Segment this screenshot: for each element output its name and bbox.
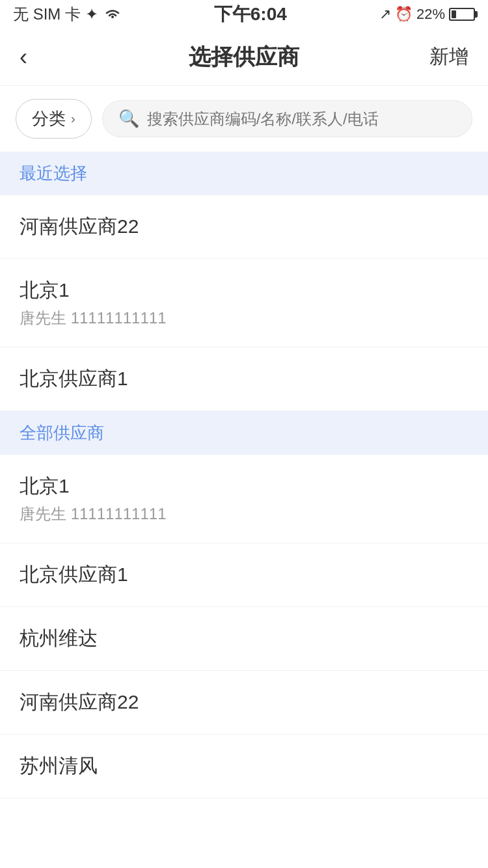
item-name: 北京1 (20, 473, 468, 500)
wifi-icon (103, 8, 122, 21)
item-sub: 唐先生 11111111111 (20, 308, 468, 329)
list-item[interactable]: 杭州维达 (0, 607, 488, 671)
item-name: 河南供应商22 (20, 213, 468, 240)
list-item[interactable]: 河南供应商22 (0, 195, 488, 259)
location-icon: ↗ (379, 6, 391, 23)
item-name: 河南供应商22 (20, 689, 468, 716)
all-section-header: 全部供应商 (0, 411, 488, 455)
recent-section-label: 最近选择 (20, 163, 87, 183)
item-sub: 唐先生 11111111111 (20, 504, 468, 524)
item-name: 苏州清风 (20, 753, 468, 780)
status-time: 下午6:04 (214, 2, 287, 27)
list-item[interactable]: 北京1唐先生 11111111111 (0, 259, 488, 347)
recent-list: 河南供应商22北京1唐先生 11111111111北京供应商1 (0, 195, 488, 411)
sim-text: 无 SIM 卡 ✦ (13, 4, 98, 25)
category-label: 分类 (32, 107, 66, 130)
status-right: ↗ ⏰ 22% (379, 6, 475, 23)
list-item[interactable]: 北京1唐先生 11111111111 (0, 455, 488, 543)
list-item[interactable]: 北京供应商1 (0, 543, 488, 607)
battery-percent: 22% (416, 6, 445, 23)
list-item[interactable]: 北京供应商1 (0, 347, 488, 411)
status-bar: 无 SIM 卡 ✦ 下午6:04 ↗ ⏰ 22% (0, 0, 488, 29)
battery-fill (452, 10, 456, 18)
item-name: 北京1 (20, 277, 468, 304)
chevron-right-icon: › (71, 111, 75, 126)
page-title: 选择供应商 (189, 42, 299, 72)
search-box: 🔍 (102, 100, 472, 137)
status-left: 无 SIM 卡 ✦ (13, 4, 122, 25)
all-list: 北京1唐先生 11111111111北京供应商1杭州维达河南供应商22苏州清风 (0, 455, 488, 798)
item-name: 杭州维达 (20, 625, 468, 652)
add-button[interactable]: 新增 (429, 44, 468, 70)
list-item[interactable]: 河南供应商22 (0, 671, 488, 735)
all-section-label: 全部供应商 (20, 423, 104, 442)
nav-bar: ‹ 选择供应商 新增 (0, 29, 488, 86)
item-name: 北京供应商1 (20, 366, 468, 392)
category-button[interactable]: 分类 › (16, 99, 92, 139)
recent-section-header: 最近选择 (0, 152, 488, 195)
list-item[interactable]: 苏州清风 (0, 735, 488, 798)
filter-bar: 分类 › 🔍 (0, 86, 488, 152)
alarm-icon: ⏰ (395, 6, 413, 23)
search-icon: 🔍 (118, 109, 139, 129)
battery-icon (449, 8, 475, 21)
search-input[interactable] (147, 110, 456, 128)
back-button[interactable]: ‹ (20, 44, 59, 71)
item-name: 北京供应商1 (20, 562, 468, 588)
